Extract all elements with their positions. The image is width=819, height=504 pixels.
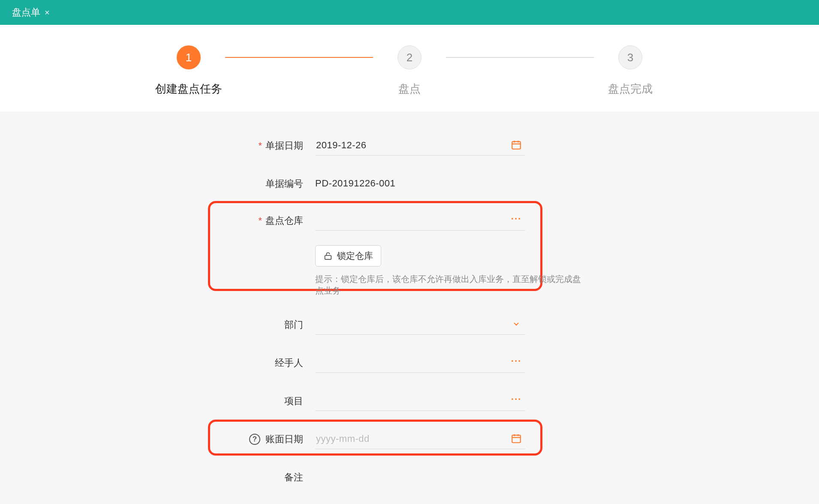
step-2-label: 盘点 bbox=[398, 81, 421, 96]
required-mark: * bbox=[258, 140, 262, 151]
input-book-date[interactable] bbox=[315, 431, 525, 449]
step-1-circle: 1 bbox=[177, 45, 201, 69]
step-line-2-3 bbox=[446, 57, 594, 58]
step-2[interactable]: 2 盘点 bbox=[373, 45, 446, 96]
tab-bar: 盘点单 × bbox=[0, 0, 819, 25]
help-icon[interactable]: ? bbox=[249, 434, 260, 445]
step-3-label: 盘点完成 bbox=[608, 81, 653, 96]
field-doc-date: * 单据日期 bbox=[234, 137, 585, 156]
field-project: 项目 ··· bbox=[234, 393, 585, 411]
label-remark: 备注 bbox=[284, 471, 303, 484]
label-handler: 经手人 bbox=[275, 357, 303, 369]
field-warehouse: * 盘点仓库 ··· bbox=[234, 212, 585, 231]
required-mark: * bbox=[258, 215, 262, 226]
svg-rect-5 bbox=[512, 435, 521, 442]
input-project[interactable] bbox=[315, 393, 525, 411]
lock-hint: 提示：锁定仓库后，该仓库不允许再做出入库业务，直至解锁或完成盘点业务 bbox=[315, 273, 585, 297]
input-dept[interactable] bbox=[315, 316, 525, 335]
chevron-down-icon[interactable] bbox=[510, 318, 522, 330]
step-3[interactable]: 3 盘点完成 bbox=[594, 45, 667, 96]
close-icon[interactable]: × bbox=[45, 8, 50, 18]
input-handler[interactable] bbox=[315, 354, 525, 373]
field-book-date: ? 账面日期 bbox=[234, 431, 585, 449]
field-lock: 锁定仓库 提示：锁定仓库后，该仓库不允许再做出入库业务，直至解锁或完成盘点业务 bbox=[234, 243, 585, 297]
tab-inventory[interactable]: 盘点单 × bbox=[9, 0, 52, 25]
step-2-circle: 2 bbox=[397, 45, 422, 69]
label-project: 项目 bbox=[284, 395, 303, 408]
stepper: 1 创建盘点任务 2 盘点 3 盘点完成 bbox=[0, 25, 819, 112]
step-1[interactable]: 1 创建盘点任务 bbox=[152, 45, 225, 96]
svg-rect-0 bbox=[512, 141, 521, 149]
label-doc-no: 单据编号 bbox=[265, 177, 303, 190]
input-warehouse[interactable] bbox=[315, 212, 525, 231]
value-doc-no: PD-20191226-001 bbox=[315, 175, 585, 189]
unlock-icon bbox=[323, 251, 333, 261]
lock-button-label: 锁定仓库 bbox=[337, 250, 373, 262]
tab-title: 盘点单 bbox=[12, 6, 40, 19]
svg-rect-4 bbox=[325, 255, 331, 259]
field-dept: 部门 bbox=[234, 316, 585, 335]
field-handler: 经手人 ··· bbox=[234, 354, 585, 373]
label-doc-date: 单据日期 bbox=[265, 139, 303, 152]
step-1-label: 创建盘点任务 bbox=[155, 81, 222, 96]
ellipsis-icon[interactable]: ··· bbox=[510, 393, 522, 405]
field-doc-no: 单据编号 PD-20191226-001 bbox=[234, 175, 585, 192]
label-dept: 部门 bbox=[284, 318, 303, 331]
calendar-icon[interactable] bbox=[510, 432, 522, 444]
step-3-circle: 3 bbox=[618, 45, 642, 69]
step-line-1-2 bbox=[225, 57, 373, 58]
ellipsis-icon[interactable]: ··· bbox=[510, 213, 522, 225]
lock-warehouse-button[interactable]: 锁定仓库 bbox=[315, 245, 381, 267]
input-doc-date[interactable] bbox=[315, 137, 525, 156]
label-book-date: 账面日期 bbox=[265, 433, 303, 446]
form: * 单据日期 单据编号 PD-20191226-001 bbox=[0, 112, 819, 504]
ellipsis-icon[interactable]: ··· bbox=[510, 355, 522, 367]
calendar-icon[interactable] bbox=[510, 139, 522, 151]
label-warehouse: 盘点仓库 bbox=[265, 214, 303, 227]
field-remark: 备注 bbox=[234, 469, 585, 487]
